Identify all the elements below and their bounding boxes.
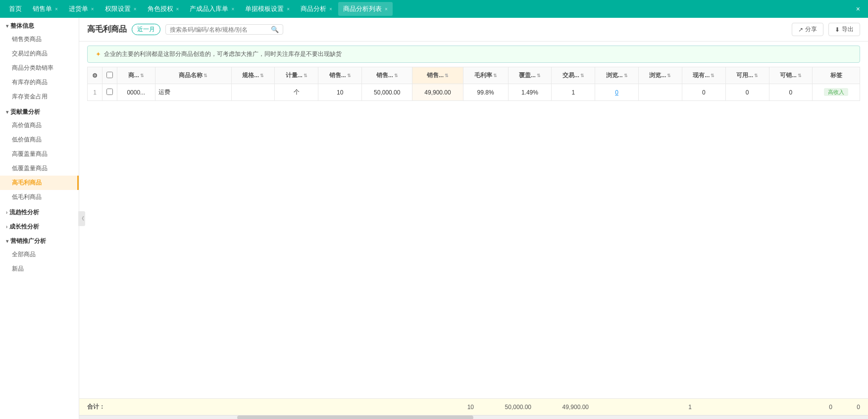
row-spec bbox=[231, 84, 275, 101]
sidebar-group-growth[interactable]: › 成长性分析 bbox=[0, 219, 79, 233]
table-row: 1 0000... 运费 个 10 50,000.00 49,900.00 99… bbox=[88, 84, 860, 101]
close-icon[interactable]: × bbox=[91, 6, 94, 12]
expand-icon: ▾ bbox=[6, 238, 8, 244]
close-icon[interactable]: × bbox=[287, 6, 290, 12]
col-spec[interactable]: 规格... ⇅ bbox=[231, 67, 275, 84]
sort-icon[interactable]: ⇅ bbox=[394, 73, 398, 78]
export-button[interactable]: ⬇ 导出 bbox=[828, 23, 860, 36]
close-icon[interactable]: × bbox=[329, 6, 332, 12]
sidebar-item-new-goods[interactable]: 新品 bbox=[0, 262, 79, 276]
col-available[interactable]: 可用... ⇅ bbox=[725, 67, 769, 84]
horizontal-scrollbar[interactable] bbox=[79, 415, 868, 419]
col-checkbox[interactable] bbox=[102, 67, 117, 84]
close-icon[interactable]: × bbox=[55, 6, 58, 12]
sort-icon[interactable]: ⇅ bbox=[667, 73, 671, 78]
col-gross-margin[interactable]: 毛利率 ⇅ bbox=[463, 67, 508, 84]
row-code: 0000... bbox=[117, 84, 155, 101]
expand-icon: › bbox=[6, 224, 7, 230]
sidebar-item-stocked-goods[interactable]: 有库存的商品 bbox=[0, 75, 79, 90]
row-coverage: 1.49% bbox=[508, 84, 552, 101]
sort-icon[interactable]: ⇅ bbox=[711, 73, 715, 78]
row-checkbox[interactable] bbox=[102, 84, 117, 101]
sort-icon[interactable]: ⇅ bbox=[580, 73, 584, 78]
sidebar-item-high-coverage[interactable]: 高覆盖量商品 bbox=[0, 147, 79, 161]
sort-icon[interactable]: ⇅ bbox=[347, 73, 351, 78]
sidebar-group-contribution[interactable]: ▾ 贡献量分析 bbox=[0, 104, 79, 118]
col-sales-amount[interactable]: 销售... ⇅ bbox=[362, 67, 412, 84]
sidebar-item-low-margin[interactable]: 低毛利商品 bbox=[0, 190, 79, 204]
search-input[interactable] bbox=[170, 26, 269, 33]
search-icon[interactable]: 🔍 bbox=[271, 26, 279, 33]
sidebar-group-overall[interactable]: ▾ 整体信息 bbox=[0, 18, 79, 32]
close-icon[interactable]: × bbox=[176, 6, 179, 12]
sidebar-item-stock-capital[interactable]: 库存资金占用 bbox=[0, 90, 79, 104]
sidebar-item-all-goods[interactable]: 全部商品 bbox=[0, 247, 79, 262]
close-icon[interactable]: × bbox=[231, 6, 234, 12]
row-available: 0 bbox=[725, 84, 769, 101]
sort-icon[interactable]: ⇅ bbox=[445, 73, 449, 78]
window-close-button[interactable]: × bbox=[852, 3, 864, 15]
col-name[interactable]: 商品名称 ⇅ bbox=[155, 67, 231, 84]
scrollbar-thumb[interactable] bbox=[237, 416, 474, 419]
row-name: 运费 bbox=[155, 84, 231, 101]
select-all-checkbox[interactable] bbox=[106, 72, 113, 78]
sort-icon[interactable]: ⇅ bbox=[537, 73, 541, 78]
sidebar-item-category-rate[interactable]: 商品分类助销率 bbox=[0, 61, 79, 75]
col-view2[interactable]: 浏览... ⇅ bbox=[639, 67, 682, 84]
close-icon[interactable]: × bbox=[385, 6, 388, 12]
sort-icon[interactable]: ⇅ bbox=[624, 73, 628, 78]
row-sales-cost: 49,900.00 bbox=[412, 84, 463, 101]
top-navigation: 首页 销售单 × 进货单 × 权限设置 × 角色授权 × 产成品入库单 × 单据… bbox=[0, 0, 868, 18]
col-sales-cost[interactable]: 销售... ⇅ bbox=[412, 67, 463, 84]
sort-icon[interactable]: ⇅ bbox=[754, 73, 758, 78]
sidebar-item-low-value[interactable]: 低价值商品 bbox=[0, 133, 79, 147]
close-icon[interactable]: × bbox=[134, 6, 137, 12]
page-title: 高毛利商品 bbox=[87, 24, 127, 35]
nav-tab-home[interactable]: 首页 bbox=[4, 2, 27, 16]
col-current[interactable]: 现有... ⇅ bbox=[682, 67, 725, 84]
nav-tab-product-analysis-list[interactable]: 商品分析列表 × bbox=[338, 2, 393, 16]
col-sales-qty[interactable]: 销售... ⇅ bbox=[318, 67, 362, 84]
search-box: 🔍 bbox=[165, 24, 283, 35]
sidebar-group-trend[interactable]: › 流趋性分析 bbox=[0, 204, 79, 219]
nav-tab-template-settings[interactable]: 单据模板设置 × bbox=[240, 2, 295, 16]
row-sales-amount: 50,000.00 bbox=[362, 84, 412, 101]
sidebar-group-marketing[interactable]: ▾ 营销推广分析 bbox=[0, 233, 79, 247]
sort-icon[interactable]: ⇅ bbox=[304, 73, 307, 78]
nav-tab-permissions[interactable]: 权限设置 × bbox=[100, 2, 142, 16]
date-filter-button[interactable]: 近一月 bbox=[132, 24, 160, 35]
expand-icon: › bbox=[6, 210, 7, 215]
expand-icon: ▾ bbox=[6, 23, 8, 29]
col-sellable[interactable]: 可销... ⇅ bbox=[769, 67, 813, 84]
main-content: 高毛利商品 近一月 🔍 ↗ 分享 ⬇ 导出 ✦ 企业的主要 bbox=[79, 18, 868, 419]
nav-tab-roles[interactable]: 角色授权 × bbox=[143, 2, 184, 16]
sidebar-item-sales-goods[interactable]: 销售类商品 bbox=[0, 32, 79, 47]
row-gross-margin: 99.8% bbox=[463, 84, 508, 101]
row-trade: 1 bbox=[552, 84, 595, 101]
sidebar-item-low-coverage[interactable]: 低覆盖量商品 bbox=[0, 161, 79, 176]
sidebar-item-high-value[interactable]: 高价值商品 bbox=[0, 118, 79, 133]
nav-tab-sales[interactable]: 销售单 × bbox=[28, 2, 63, 16]
col-settings[interactable]: ⚙ bbox=[88, 67, 102, 84]
nav-tab-product-analysis[interactable]: 商品分析 × bbox=[296, 2, 337, 16]
nav-tab-purchase[interactable]: 进货单 × bbox=[64, 2, 99, 16]
row-select-checkbox[interactable] bbox=[106, 89, 113, 95]
sort-icon[interactable]: ⇅ bbox=[260, 73, 264, 78]
col-code[interactable]: 商... ⇅ bbox=[117, 67, 155, 84]
col-unit[interactable]: 计量... ⇅ bbox=[275, 67, 318, 84]
sort-icon[interactable]: ⇅ bbox=[140, 73, 144, 78]
footer-sales-amount: 50,000.00 bbox=[482, 404, 531, 411]
sidebar-collapse-button[interactable]: 《 bbox=[78, 211, 85, 226]
share-button[interactable]: ↗ 分享 bbox=[792, 23, 823, 36]
row-view1[interactable]: 0 bbox=[595, 84, 639, 101]
sort-icon[interactable]: ⇅ bbox=[798, 73, 802, 78]
col-view1[interactable]: 浏览... ⇅ bbox=[595, 67, 639, 84]
sidebar-item-high-margin[interactable]: 高毛利商品 bbox=[0, 176, 79, 190]
col-trade[interactable]: 交易... ⇅ bbox=[552, 67, 595, 84]
col-coverage[interactable]: 覆盖... ⇅ bbox=[508, 67, 552, 84]
nav-tab-product-entry[interactable]: 产成品入库单 × bbox=[185, 2, 239, 16]
sort-icon[interactable]: ⇅ bbox=[493, 73, 497, 78]
sidebar-item-traded-goods[interactable]: 交易过的商品 bbox=[0, 47, 79, 61]
sort-icon[interactable]: ⇅ bbox=[204, 73, 207, 78]
col-tag[interactable]: 标签 bbox=[813, 67, 860, 84]
